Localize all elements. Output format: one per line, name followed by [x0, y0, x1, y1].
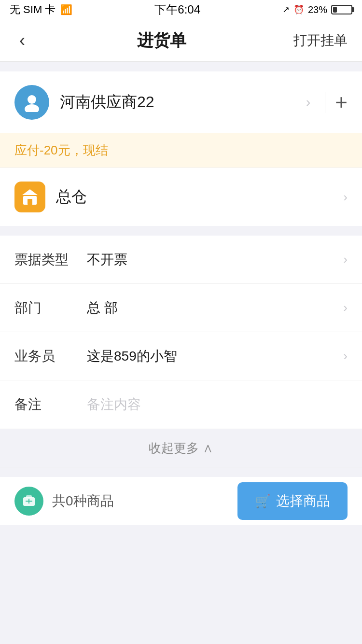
remark-placeholder: 备注内容 [87, 395, 348, 414]
select-product-button[interactable]: 🛒 选择商品 [237, 482, 348, 520]
invoice-type-label: 票据类型 [14, 251, 77, 269]
wifi-icon: 📶 [60, 4, 72, 15]
supplier-row[interactable]: 河南供应商22 › + [0, 71, 362, 133]
warehouse-row[interactable]: 总仓 › [0, 168, 362, 226]
invoice-type-chevron: › [343, 252, 348, 267]
supplier-section: 河南供应商22 › + 应付-20元，现结 总仓 › [0, 71, 362, 226]
add-supplier-button[interactable]: + [325, 92, 348, 113]
invoice-type-row[interactable]: 票据类型 不开票 › [0, 236, 362, 284]
supplier-name: 河南供应商22 [60, 92, 306, 113]
department-value: 总 部 [87, 299, 343, 317]
salesperson-label: 业务员 [14, 347, 77, 365]
product-count-left: 共0种商品 [14, 487, 114, 516]
battery-fill [333, 7, 337, 13]
battery-text: 23% [308, 4, 327, 15]
notice-bar: 应付-20元，现结 [0, 133, 362, 168]
collapse-text: 收起更多 ∧ [149, 440, 213, 457]
nav-bar: ‹ 进货单 打开挂单 [0, 19, 362, 62]
status-right: ↗ ⏰ 23% [282, 4, 352, 15]
select-product-icon: 🛒 [255, 494, 270, 509]
svg-marker-3 [22, 189, 38, 195]
salesperson-row[interactable]: 业务员 这是859的小智 › [0, 332, 362, 380]
svg-point-0 [28, 95, 36, 104]
location-icon: ↗ [282, 4, 290, 15]
open-pending-button[interactable]: 打开挂单 [293, 31, 348, 50]
alarm-icon: ⏰ [293, 4, 304, 15]
warehouse-name: 总仓 [56, 186, 343, 208]
svg-rect-4 [28, 199, 32, 205]
warehouse-icon [14, 182, 45, 212]
department-row[interactable]: 部门 总 部 › [0, 284, 362, 332]
time-text: 下午6:04 [154, 2, 200, 17]
warehouse-chevron: › [343, 190, 348, 205]
invoice-type-value: 不开票 [87, 251, 343, 269]
page-title: 进货单 [137, 29, 186, 52]
carrier-text: 无 SIM 卡 [10, 2, 56, 17]
bottom-bar: 共0种商品 🛒 选择商品 [0, 477, 362, 525]
page-background [0, 525, 362, 644]
supplier-chevron: › [306, 95, 310, 110]
remark-label: 备注 [14, 395, 77, 414]
battery-indicator [331, 5, 352, 14]
salesperson-value: 这是859的小智 [87, 347, 343, 365]
gap-1 [0, 62, 362, 71]
status-left: 无 SIM 卡 📶 [10, 2, 72, 17]
department-label: 部门 [14, 299, 77, 317]
svg-point-1 [25, 104, 39, 112]
department-chevron: › [343, 300, 348, 315]
svg-rect-6 [26, 495, 32, 498]
status-bar: 无 SIM 卡 📶 下午6:04 ↗ ⏰ 23% [0, 0, 362, 19]
supplier-avatar [14, 85, 49, 120]
collapse-bar[interactable]: 收起更多 ∧ [0, 429, 362, 467]
product-count-icon [14, 487, 43, 516]
salesperson-chevron: › [343, 349, 348, 364]
notice-text: 应付-20元，现结 [14, 143, 108, 157]
select-product-label: 选择商品 [276, 492, 330, 510]
back-button[interactable]: ‹ [14, 26, 30, 56]
remark-row[interactable]: 备注 备注内容 [0, 380, 362, 429]
form-section: 票据类型 不开票 › 部门 总 部 › 业务员 这是859的小智 › 备注 备注… [0, 236, 362, 429]
product-count-text: 共0种商品 [52, 492, 114, 510]
